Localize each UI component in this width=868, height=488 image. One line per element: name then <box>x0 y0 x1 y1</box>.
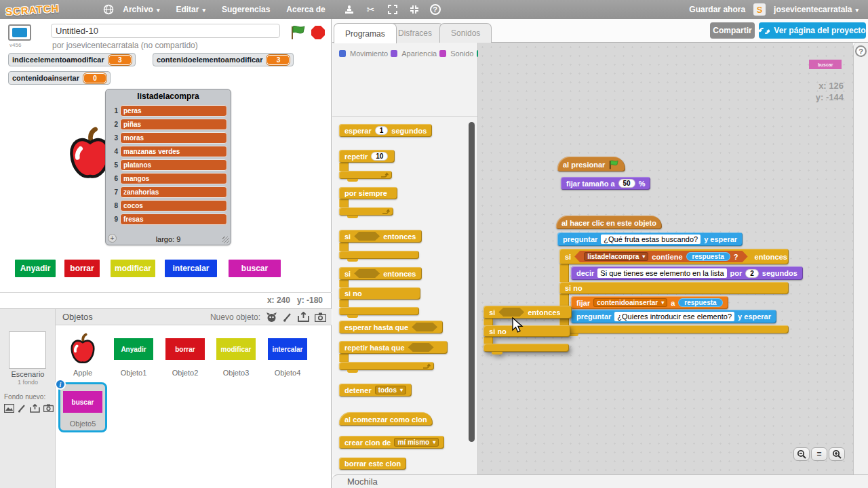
shrink-sprite-icon[interactable] <box>408 3 420 16</box>
backdrop-camera-icon[interactable] <box>43 404 54 413</box>
script-al-hacer-clic[interactable]: al hacer clic en este objeto <box>556 216 662 229</box>
list-item[interactable]: zanahorias <box>120 186 227 198</box>
scratch-logo[interactable]: SCRATCH <box>5 2 60 17</box>
stage-view-icon[interactable] <box>8 24 31 41</box>
stage-sprite-anyadir[interactable]: Anyadir <box>15 260 56 277</box>
script-preguntar-1[interactable]: preguntar¿Qué fruta estas buscando?y esp… <box>557 232 743 246</box>
sprite-card-apple[interactable]: Apple <box>58 329 107 380</box>
lista-dropdown[interactable]: listadelacompra <box>584 252 648 261</box>
stop-button[interactable] <box>311 26 325 39</box>
watcher-indiceelementoamodificar[interactable]: indiceelementoamodificar 3 <box>8 53 136 66</box>
tips-help-icon[interactable]: ? <box>855 45 867 57</box>
list-resize-handle[interactable] <box>222 237 229 243</box>
list-item[interactable]: manzanas verdes <box>120 146 227 157</box>
block-por-siempre[interactable]: por siempre <box>339 187 397 216</box>
sprite-info-icon[interactable]: i <box>55 379 66 390</box>
contiene-boolean[interactable]: listadelacompra contiene respuesta ? <box>574 251 747 262</box>
zoom-out-icon[interactable] <box>793 447 810 461</box>
project-title-input[interactable] <box>51 24 280 38</box>
palette-scrollbar[interactable] <box>469 122 475 442</box>
save-now-link[interactable]: Guardar ahora <box>689 5 745 14</box>
stage-sprite-modificar[interactable]: modificar <box>111 260 155 277</box>
preguntar-input[interactable]: ¿Quieres introducir ese elemento? <box>614 312 734 321</box>
block-detener[interactable]: detenertodos <box>339 384 412 396</box>
backdrop-upload-icon[interactable] <box>30 404 40 413</box>
green-flag-button[interactable] <box>290 25 307 40</box>
user-avatar[interactable]: S <box>753 3 766 16</box>
script-decir[interactable]: decirSi que tienes ese elemento en la li… <box>571 266 803 280</box>
respuesta-reporter[interactable]: respuesta <box>678 298 722 307</box>
watcher-contenidoelementoamodificar[interactable]: contenidoelementoamodificar 3 <box>153 53 294 66</box>
sprite-card-objeto4[interactable]: intercalar Objeto4 <box>263 329 312 380</box>
tab-programas[interactable]: Programas <box>334 23 397 43</box>
grow-sprite-icon[interactable] <box>387 3 399 16</box>
script-si-sino-block[interactable]: si listadelacompra contiene respuesta ? … <box>559 249 803 333</box>
category-apariencia[interactable]: Apariencia <box>388 47 437 60</box>
dragged-si-sino-block[interactable]: sientonces si no <box>484 306 572 352</box>
category-sonido[interactable]: Sonido <box>437 47 473 60</box>
language-globe-icon[interactable] <box>102 3 115 16</box>
new-sprite-paint-icon[interactable] <box>283 312 292 322</box>
list-item[interactable]: mangos <box>120 173 227 184</box>
block-borrar-este-clon[interactable]: borrar este clon <box>339 458 406 470</box>
stage-selector-column: Escenario 1 fondo Fondo nuevo: <box>0 309 56 488</box>
variable-dropdown[interactable]: contenidoainsertar <box>593 298 667 307</box>
script-al-presionar-bandera[interactable]: al presionar <box>557 157 625 171</box>
sprite-card-objeto5-selected[interactable]: i buscar Objeto5 <box>58 382 107 432</box>
stage-sprite-buscar[interactable]: buscar <box>229 260 281 277</box>
ver-pagina-button[interactable]: Ver página del proyecto <box>759 22 866 39</box>
list-item[interactable]: piñas <box>120 119 227 130</box>
list-item[interactable]: cocos <box>120 200 227 211</box>
decir-input[interactable]: Si que tienes ese elemento en la lista <box>597 268 726 278</box>
stage-sprite-borrar[interactable]: borrar <box>64 260 100 277</box>
escenario-thumbnail[interactable] <box>9 331 46 369</box>
backdrop-paint-icon[interactable] <box>18 404 26 413</box>
new-sprite-camera-icon[interactable] <box>315 312 326 322</box>
script-preguntar-2[interactable]: preguntar¿Quieres introducir ese element… <box>571 310 776 323</box>
tab-sonidos[interactable]: Sonidos <box>439 23 492 43</box>
stage-sprite-intercalar[interactable]: intercalar <box>165 260 217 277</box>
new-sprite-upload-icon[interactable] <box>298 312 309 322</box>
username-menu[interactable]: josevicentecarratala <box>774 5 859 14</box>
block-esperar-hasta[interactable]: esperar hasta que <box>339 321 443 333</box>
category-movimiento[interactable]: Movimiento <box>336 47 388 60</box>
menu-sugerencias[interactable]: Sugerencias <box>214 5 278 14</box>
block-repetir-hasta[interactable]: repetir hasta que <box>339 341 448 370</box>
list-item[interactable]: platanos <box>120 159 227 171</box>
script-fijar-tamano[interactable]: fijar tamaño a50% <box>561 177 650 190</box>
list-item[interactable]: fresas <box>120 214 227 225</box>
block-si-entonces-sino[interactable]: sientonces si no <box>339 267 422 315</box>
zoom-in-icon[interactable] <box>829 447 845 461</box>
menu-archivo[interactable]: Archivo <box>115 5 167 14</box>
block-repetir[interactable]: repetir10 <box>339 150 395 179</box>
watcher-contenidoainsertar[interactable]: contenidoainsertar 0 <box>8 71 111 85</box>
list-watcher-listadelacompra[interactable]: listadelacompra 1peras 2piñas 3moras 4ma… <box>105 89 231 245</box>
tips-panel-strip[interactable] <box>853 43 868 474</box>
delete-scissors-icon[interactable]: ✂ <box>365 3 377 16</box>
sprite-card-objeto1[interactable]: Anyadir Objeto1 <box>109 329 158 380</box>
sprite-card-objeto2[interactable]: borrar Objeto2 <box>161 329 210 380</box>
block-si-entonces[interactable]: sientonces <box>339 230 422 259</box>
backdrop-library-icon[interactable] <box>4 404 14 413</box>
new-sprite-library-icon[interactable] <box>266 312 277 323</box>
duplicate-stamp-icon[interactable] <box>343 3 355 16</box>
loop-arrow-icon <box>339 207 393 216</box>
list-item[interactable]: moras <box>120 132 227 144</box>
backpack-bar[interactable]: Mochila <box>332 474 868 488</box>
sprite-card-objeto3[interactable]: modificar Objeto3 <box>212 329 260 380</box>
block-esperar-segundos[interactable]: esperar1segundos <box>339 124 432 137</box>
block-crear-clon[interactable]: crear clon demí mismo <box>339 436 444 449</box>
block-al-comenzar-como-clon[interactable]: al comenzar como clon <box>339 412 433 426</box>
boolean-slot <box>354 269 380 278</box>
menu-editar[interactable]: Editar <box>167 5 214 14</box>
block-help-icon[interactable]: ? <box>430 4 441 15</box>
compartir-button[interactable]: Compartir <box>710 22 755 39</box>
menu-acerca-de[interactable]: Acerca de <box>278 5 333 14</box>
detener-dropdown[interactable]: todos <box>375 386 406 394</box>
list-item[interactable]: peras <box>120 105 227 117</box>
preguntar-input[interactable]: ¿Qué fruta estas buscando? <box>601 235 701 244</box>
respuesta-reporter[interactable]: respuesta <box>686 252 730 261</box>
crear-clon-dropdown[interactable]: mí mismo <box>394 438 439 447</box>
script-fijar-variable[interactable]: fijarcontenidoainsertararespuesta <box>571 296 728 309</box>
zoom-reset-button[interactable]: = <box>811 447 827 461</box>
